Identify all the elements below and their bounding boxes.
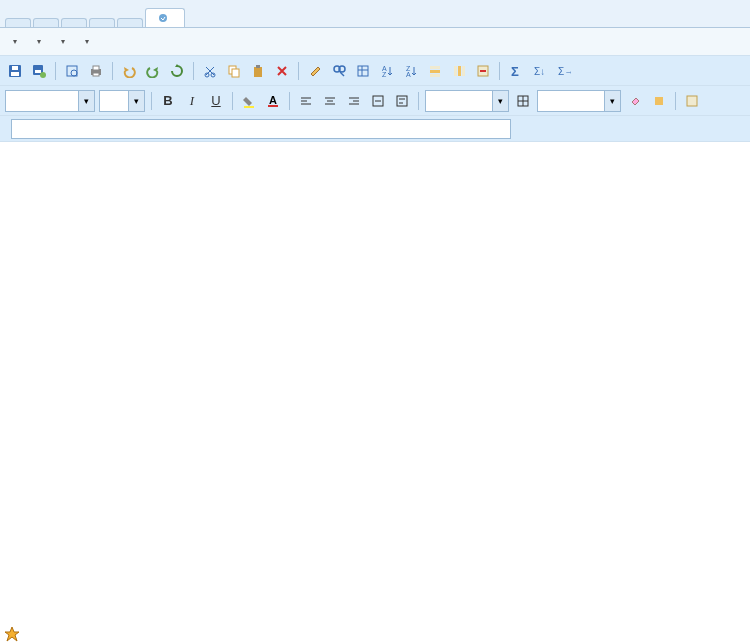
column-icon[interactable] bbox=[682, 91, 702, 111]
italic-icon[interactable]: I bbox=[182, 91, 202, 111]
document-tabs bbox=[0, 0, 750, 28]
svg-point-6 bbox=[40, 72, 46, 78]
svg-rect-11 bbox=[93, 73, 99, 76]
line-style-input[interactable] bbox=[538, 91, 604, 111]
svg-rect-32 bbox=[462, 66, 465, 76]
copy-icon[interactable] bbox=[224, 61, 244, 81]
clear-format-icon[interactable] bbox=[305, 61, 325, 81]
svg-text:Σ↓: Σ↓ bbox=[534, 66, 545, 77]
sheet-icon bbox=[158, 13, 168, 23]
svg-rect-29 bbox=[430, 74, 440, 77]
align-right-icon[interactable] bbox=[344, 91, 364, 111]
font-family-combo[interactable]: ▾ bbox=[5, 90, 95, 112]
save-icon[interactable] bbox=[5, 61, 25, 81]
tab-init-nav[interactable] bbox=[33, 18, 59, 27]
merge-dropdown[interactable]: ▾ bbox=[492, 91, 508, 111]
redo-icon[interactable] bbox=[143, 61, 163, 81]
font-family-dropdown[interactable]: ▾ bbox=[78, 91, 94, 111]
svg-marker-60 bbox=[5, 627, 19, 641]
svg-text:Σ→: Σ→ bbox=[558, 66, 571, 77]
toolbar-main: AZ ZA Σ Σ↓ Σ→ bbox=[0, 56, 750, 86]
svg-rect-15 bbox=[232, 69, 239, 77]
config-icon[interactable] bbox=[649, 91, 669, 111]
svg-text:A: A bbox=[406, 71, 411, 78]
refresh-icon[interactable] bbox=[167, 61, 187, 81]
align-middle-icon[interactable] bbox=[368, 91, 388, 111]
svg-rect-5 bbox=[35, 70, 41, 73]
tab-general-ledger[interactable] bbox=[89, 18, 115, 27]
insert-col-icon[interactable] bbox=[449, 61, 469, 81]
underline-icon[interactable]: U bbox=[206, 91, 226, 111]
font-family-input[interactable] bbox=[6, 91, 78, 111]
svg-point-8 bbox=[71, 70, 77, 76]
svg-rect-40 bbox=[268, 105, 278, 107]
svg-rect-28 bbox=[430, 66, 440, 69]
toolbar-format: ▾ ▾ B I U A ▾ ▾ bbox=[0, 86, 750, 116]
tab-home[interactable] bbox=[5, 18, 31, 27]
menu-send-mail[interactable] bbox=[101, 39, 113, 45]
svg-rect-3 bbox=[12, 66, 18, 70]
align-left-icon[interactable] bbox=[296, 91, 316, 111]
save-as-icon[interactable] bbox=[29, 61, 49, 81]
delete-icon[interactable] bbox=[272, 61, 292, 81]
font-size-input[interactable] bbox=[100, 91, 128, 111]
freeze-icon[interactable] bbox=[353, 61, 373, 81]
svg-text:Σ: Σ bbox=[511, 64, 519, 78]
menubar: ▾ ▾ ▾ ▾ bbox=[0, 28, 750, 56]
undo-icon[interactable] bbox=[119, 61, 139, 81]
svg-rect-2 bbox=[11, 72, 19, 76]
svg-rect-30 bbox=[458, 66, 461, 76]
find-icon[interactable] bbox=[329, 61, 349, 81]
formula-bar bbox=[0, 116, 750, 142]
svg-rect-59 bbox=[687, 96, 697, 106]
svg-rect-10 bbox=[93, 66, 99, 70]
svg-rect-20 bbox=[358, 66, 368, 76]
border-icon[interactable] bbox=[513, 91, 533, 111]
insert-row-icon[interactable] bbox=[425, 61, 445, 81]
font-size-dropdown[interactable]: ▾ bbox=[128, 91, 144, 111]
paste-icon[interactable] bbox=[248, 61, 268, 81]
star-icon bbox=[4, 626, 20, 642]
svg-rect-52 bbox=[397, 96, 407, 106]
svg-rect-38 bbox=[244, 106, 254, 108]
font-color-icon[interactable]: A bbox=[263, 91, 283, 111]
svg-rect-31 bbox=[454, 66, 457, 76]
cut-icon[interactable] bbox=[200, 61, 220, 81]
line-style-combo[interactable]: ▾ bbox=[537, 90, 621, 112]
svg-point-0 bbox=[159, 14, 167, 22]
sort-desc-icon[interactable]: ZA bbox=[401, 61, 421, 81]
svg-rect-27 bbox=[430, 70, 440, 73]
fill-color-icon[interactable] bbox=[239, 91, 259, 111]
print-preview-icon[interactable] bbox=[62, 61, 82, 81]
formula-input[interactable] bbox=[11, 119, 511, 139]
svg-rect-17 bbox=[256, 65, 260, 68]
merge-combo[interactable]: ▾ bbox=[425, 90, 509, 112]
menu-format[interactable]: ▾ bbox=[53, 34, 71, 49]
svg-text:Z: Z bbox=[382, 71, 387, 78]
delete-row-icon[interactable] bbox=[473, 61, 493, 81]
svg-text:A: A bbox=[269, 94, 277, 106]
eraser-icon[interactable] bbox=[625, 91, 645, 111]
svg-rect-16 bbox=[254, 67, 262, 77]
font-size-combo[interactable]: ▾ bbox=[99, 90, 145, 112]
wrap-text-icon[interactable] bbox=[392, 91, 412, 111]
svg-rect-58 bbox=[655, 97, 663, 105]
line-style-dropdown[interactable]: ▾ bbox=[604, 91, 620, 111]
menu-file[interactable]: ▾ bbox=[5, 34, 23, 49]
tab-balance-sheet[interactable] bbox=[145, 8, 185, 27]
bold-icon[interactable]: B bbox=[158, 91, 178, 111]
menu-calculator[interactable] bbox=[119, 39, 131, 45]
sum-col-icon[interactable]: Σ→ bbox=[554, 61, 574, 81]
print-icon[interactable] bbox=[86, 61, 106, 81]
menu-edit[interactable]: ▾ bbox=[29, 34, 47, 49]
autosum-icon[interactable]: Σ bbox=[506, 61, 526, 81]
sort-asc-icon[interactable]: AZ bbox=[377, 61, 397, 81]
tab-report-data[interactable] bbox=[117, 18, 143, 27]
sum-row-icon[interactable]: Σ↓ bbox=[530, 61, 550, 81]
menu-data[interactable]: ▾ bbox=[77, 34, 95, 49]
tab-report-center[interactable] bbox=[61, 18, 87, 27]
merge-input[interactable] bbox=[426, 91, 492, 111]
align-center-icon[interactable] bbox=[320, 91, 340, 111]
